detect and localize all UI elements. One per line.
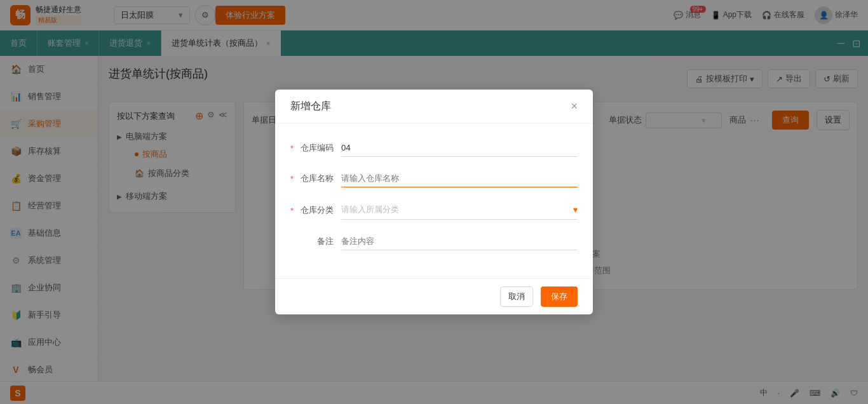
modal-overlay: 新增仓库 × 仓库编码 仓库名称 仓库分类 请输入所属分类 ▾ xyxy=(0,0,868,404)
warehouse-code-input[interactable] xyxy=(341,139,578,157)
modal-close-icon[interactable]: × xyxy=(571,100,578,113)
modal-body: 仓库编码 仓库名称 仓库分类 请输入所属分类 ▾ 备注 xyxy=(275,124,593,278)
form-label-remark: 备注 xyxy=(290,236,341,247)
modal-footer: 取消 保存 xyxy=(275,278,593,314)
warehouse-name-input[interactable] xyxy=(341,170,578,187)
form-row-category: 仓库分类 请输入所属分类 ▾ xyxy=(290,200,578,220)
add-warehouse-modal: 新增仓库 × 仓库编码 仓库名称 仓库分类 请输入所属分类 ▾ xyxy=(275,90,593,314)
warehouse-category-select[interactable]: 请输入所属分类 ▾ xyxy=(341,200,578,220)
form-row-name: 仓库名称 xyxy=(290,170,578,187)
form-label-code: 仓库编码 xyxy=(290,142,341,154)
category-placeholder: 请输入所属分类 xyxy=(341,204,399,215)
form-label-name: 仓库名称 xyxy=(290,173,341,184)
modal-header: 新增仓库 × xyxy=(275,90,593,124)
form-label-category: 仓库分类 xyxy=(290,205,341,216)
form-row-code: 仓库编码 xyxy=(290,139,578,157)
cancel-button[interactable]: 取消 xyxy=(500,286,533,307)
category-dropdown-icon: ▾ xyxy=(573,205,578,215)
warehouse-remark-input[interactable] xyxy=(341,232,578,250)
save-button[interactable]: 保存 xyxy=(541,286,578,307)
modal-title: 新增仓库 xyxy=(290,100,331,113)
form-row-remark: 备注 xyxy=(290,232,578,250)
